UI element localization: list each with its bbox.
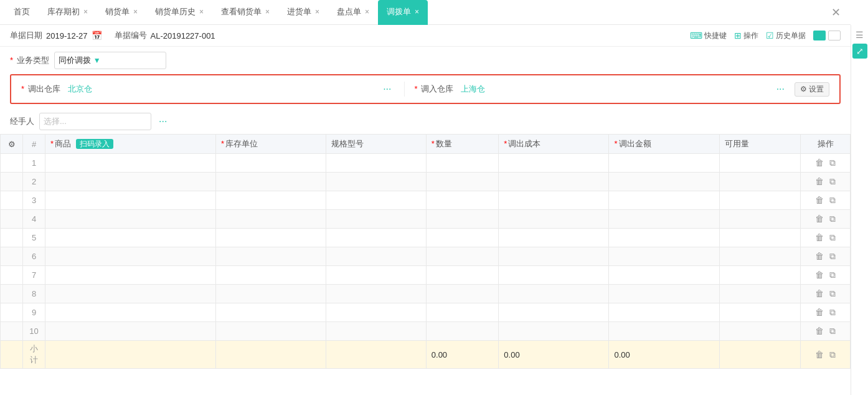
tab-close-3[interactable]: ×	[199, 7, 204, 16]
row-spec-3[interactable]	[326, 210, 427, 229]
tab-close-4[interactable]: ×	[265, 7, 270, 16]
row-qty-7[interactable]	[426, 285, 499, 303]
delete-icon-5[interactable]: 🗑	[815, 251, 824, 261]
tab-item-4[interactable]: 查看销货单×	[212, 0, 278, 25]
sidebar-list-icon[interactable]: ☰	[852, 27, 867, 42]
row-spec-5[interactable]	[326, 247, 427, 266]
row-amount-3[interactable]	[609, 210, 719, 229]
delete-icon-9[interactable]: 🗑	[815, 326, 824, 336]
delete-icon-3[interactable]: 🗑	[815, 214, 824, 224]
row-product-9[interactable]	[45, 322, 216, 341]
row-product-4[interactable]	[45, 229, 216, 247]
scan-button[interactable]: 扫码录入	[76, 139, 113, 149]
copy-icon-4[interactable]: ⧉	[829, 232, 836, 242]
row-cost-0[interactable]	[499, 154, 609, 173]
biz-type-input[interactable]: 同价调拨 ▼	[54, 52, 166, 69]
row-unit-3[interactable]	[216, 210, 326, 229]
row-unit-7[interactable]	[216, 285, 326, 303]
copy-icon-7[interactable]: ⧉	[829, 288, 836, 298]
delete-icon-2[interactable]: 🗑	[815, 195, 824, 205]
copy-icon-10[interactable]: ⧉	[829, 350, 836, 359]
doc-date-value[interactable]: 2019-12-27	[46, 31, 88, 40]
row-product-8[interactable]	[45, 303, 216, 322]
delete-icon-10[interactable]: 🗑	[815, 350, 824, 359]
row-cost-9[interactable]	[499, 322, 609, 341]
row-spec-1[interactable]	[326, 173, 427, 191]
row-unit-10[interactable]	[216, 341, 326, 369]
copy-icon-6[interactable]: ⧉	[829, 270, 836, 280]
copy-icon-3[interactable]: ⧉	[829, 214, 836, 224]
row-amount-0[interactable]	[609, 154, 719, 173]
row-cost-7[interactable]	[499, 285, 609, 303]
row-amount-8[interactable]	[609, 303, 719, 322]
grid-view-icon[interactable]	[828, 31, 841, 40]
row-cost-4[interactable]	[499, 229, 609, 247]
delete-icon-0[interactable]: 🗑	[815, 158, 824, 168]
calendar-icon[interactable]: 📅	[92, 31, 102, 40]
row-qty-4[interactable]	[426, 229, 499, 247]
history-button[interactable]: ☑ 历史单据	[766, 31, 806, 41]
row-unit-0[interactable]	[216, 154, 326, 173]
row-unit-5[interactable]	[216, 247, 326, 266]
row-unit-1[interactable]	[216, 173, 326, 191]
sidebar-expand-icon[interactable]: ⤢	[852, 44, 867, 59]
row-amount-7[interactable]	[609, 285, 719, 303]
row-cost-1[interactable]	[499, 173, 609, 191]
gear-icon[interactable]: ⚙	[8, 140, 16, 149]
row-spec-10[interactable]	[326, 341, 427, 369]
row-qty-6[interactable]	[426, 266, 499, 285]
row-cost-6[interactable]	[499, 266, 609, 285]
copy-icon-0[interactable]: ⧉	[829, 158, 836, 168]
delete-icon-1[interactable]: 🗑	[815, 176, 824, 186]
row-unit-6[interactable]	[216, 266, 326, 285]
row-spec-2[interactable]	[326, 191, 427, 210]
row-cost-3[interactable]	[499, 210, 609, 229]
close-all-button[interactable]: ✕	[826, 6, 846, 19]
row-spec-6[interactable]	[326, 266, 427, 285]
operations-button[interactable]: ⊞ 操作	[734, 31, 758, 41]
tab-item-0[interactable]: 首页	[5, 0, 39, 25]
row-qty-1[interactable]	[426, 173, 499, 191]
tab-close-5[interactable]: ×	[315, 7, 319, 16]
in-warehouse-more-button[interactable]: ···	[774, 83, 787, 95]
row-spec-8[interactable]	[326, 303, 427, 322]
row-product-6[interactable]	[45, 266, 216, 285]
row-qty-0[interactable]	[426, 154, 499, 173]
settings-button[interactable]: ⚙ 设置	[795, 82, 829, 97]
handler-input[interactable]: 选择...	[39, 113, 151, 130]
tab-item-6[interactable]: 盘点单×	[328, 0, 378, 25]
tab-close-6[interactable]: ×	[365, 7, 369, 16]
shortcut-button[interactable]: ⌨ 快捷键	[690, 31, 727, 41]
row-unit-4[interactable]	[216, 229, 326, 247]
row-unit-8[interactable]	[216, 303, 326, 322]
row-amount-5[interactable]	[609, 247, 719, 266]
row-product-5[interactable]	[45, 247, 216, 266]
col-gear-header[interactable]: ⚙	[1, 135, 23, 154]
copy-icon-1[interactable]: ⧉	[829, 176, 836, 186]
row-product-1[interactable]	[45, 173, 216, 191]
row-product-3[interactable]	[45, 210, 216, 229]
delete-icon-6[interactable]: 🗑	[815, 270, 824, 280]
row-product-7[interactable]	[45, 285, 216, 303]
row-product-10[interactable]	[45, 341, 216, 369]
tab-item-2[interactable]: 销货单×	[97, 0, 146, 25]
row-qty-8[interactable]	[426, 303, 499, 322]
row-spec-0[interactable]	[326, 154, 427, 173]
tab-item-5[interactable]: 进货单×	[278, 0, 328, 25]
row-spec-7[interactable]	[326, 285, 427, 303]
biz-type-dropdown-icon[interactable]: ▼	[93, 56, 101, 65]
row-qty-3[interactable]	[426, 210, 499, 229]
tab-close-7[interactable]: ×	[415, 7, 419, 16]
row-qty-5[interactable]	[426, 247, 499, 266]
row-unit-2[interactable]	[216, 191, 326, 210]
row-cost-8[interactable]	[499, 303, 609, 322]
delete-icon-8[interactable]: 🗑	[815, 307, 824, 317]
delete-icon-7[interactable]: 🗑	[815, 288, 824, 298]
row-amount-2[interactable]	[609, 191, 719, 210]
delete-icon-4[interactable]: 🗑	[815, 232, 824, 242]
tab-item-3[interactable]: 销货单历史×	[146, 0, 212, 25]
tab-item-7[interactable]: 调拨单×	[378, 0, 428, 25]
row-qty-2[interactable]	[426, 191, 499, 210]
row-product-2[interactable]	[45, 191, 216, 210]
row-qty-9[interactable]	[426, 322, 499, 341]
